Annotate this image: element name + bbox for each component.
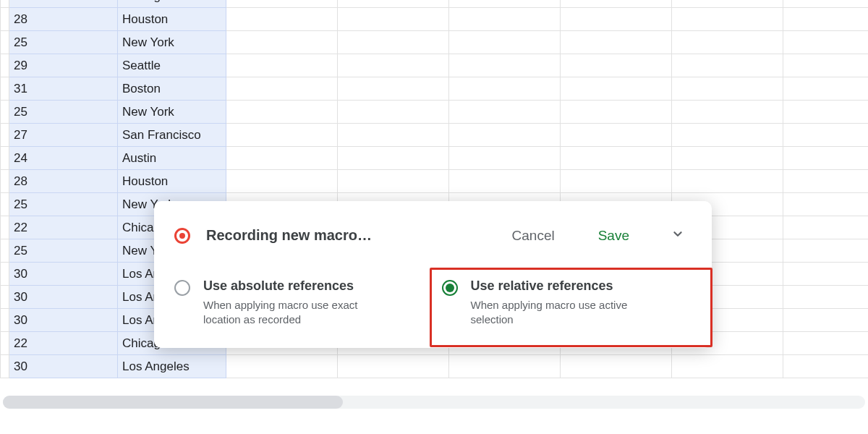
radio-unchecked-icon[interactable] bbox=[174, 280, 190, 296]
cell[interactable] bbox=[561, 8, 672, 31]
cell[interactable]: 28 bbox=[9, 170, 118, 193]
cell[interactable] bbox=[449, 170, 561, 193]
cell[interactable] bbox=[226, 31, 338, 54]
cell[interactable] bbox=[338, 101, 449, 124]
cell[interactable] bbox=[449, 124, 561, 147]
row-header[interactable] bbox=[1, 124, 9, 147]
cell[interactable] bbox=[561, 31, 672, 54]
save-button[interactable]: Save bbox=[590, 224, 638, 248]
row-header[interactable] bbox=[1, 286, 9, 309]
cell[interactable] bbox=[449, 101, 561, 124]
row-header[interactable] bbox=[1, 0, 9, 8]
row-header[interactable] bbox=[1, 8, 9, 31]
cell[interactable] bbox=[672, 77, 783, 101]
table-row[interactable]: 31Boston bbox=[1, 77, 869, 101]
row-header[interactable] bbox=[1, 263, 9, 286]
cell[interactable]: 22 bbox=[9, 0, 118, 8]
row-header[interactable] bbox=[1, 31, 9, 54]
cell[interactable] bbox=[783, 0, 869, 8]
cell[interactable]: 31 bbox=[9, 77, 118, 101]
expand-button[interactable] bbox=[664, 221, 692, 250]
row-header[interactable] bbox=[1, 355, 9, 378]
row-header[interactable] bbox=[1, 332, 9, 355]
cell[interactable] bbox=[783, 309, 869, 332]
cell[interactable] bbox=[449, 147, 561, 170]
cell[interactable] bbox=[672, 31, 783, 54]
cell[interactable]: 25 bbox=[9, 31, 118, 54]
cell[interactable] bbox=[783, 332, 869, 355]
table-row[interactable]: 28Houston bbox=[1, 8, 869, 31]
cell[interactable] bbox=[338, 77, 449, 101]
cell[interactable]: San Francisco bbox=[118, 124, 226, 147]
cell[interactable]: Houston bbox=[118, 170, 226, 193]
cell[interactable] bbox=[672, 8, 783, 31]
cell[interactable]: 30 bbox=[9, 286, 118, 309]
cell[interactable]: 30 bbox=[9, 355, 118, 378]
cell[interactable] bbox=[783, 8, 869, 31]
cell[interactable] bbox=[561, 147, 672, 170]
cell[interactable]: Seattle bbox=[118, 54, 226, 77]
cell[interactable]: Los Angeles bbox=[118, 355, 226, 378]
cell[interactable]: 24 bbox=[9, 147, 118, 170]
cell[interactable] bbox=[561, 170, 672, 193]
cell[interactable] bbox=[561, 355, 672, 378]
table-row[interactable]: 25New York bbox=[1, 31, 869, 54]
cell[interactable] bbox=[449, 31, 561, 54]
cell[interactable] bbox=[783, 355, 869, 378]
cell[interactable] bbox=[672, 124, 783, 147]
cell[interactable]: 25 bbox=[9, 101, 118, 124]
row-header[interactable] bbox=[1, 54, 9, 77]
cell[interactable] bbox=[783, 147, 869, 170]
horizontal-scrollbar[interactable] bbox=[3, 396, 865, 409]
cell[interactable] bbox=[338, 147, 449, 170]
cell[interactable] bbox=[338, 170, 449, 193]
cell[interactable]: 25 bbox=[9, 193, 118, 216]
cell[interactable] bbox=[338, 8, 449, 31]
cell[interactable] bbox=[672, 355, 783, 378]
cell[interactable] bbox=[226, 54, 338, 77]
cell[interactable] bbox=[783, 170, 869, 193]
table-row[interactable]: 30Los Angeles bbox=[1, 355, 869, 378]
cell[interactable] bbox=[783, 286, 869, 309]
cell[interactable]: 30 bbox=[9, 309, 118, 332]
cell[interactable]: Chicago bbox=[118, 0, 226, 8]
row-header[interactable] bbox=[1, 101, 9, 124]
cell[interactable] bbox=[783, 77, 869, 101]
cell[interactable] bbox=[672, 147, 783, 170]
cell[interactable]: New York bbox=[118, 101, 226, 124]
cell[interactable] bbox=[449, 0, 561, 8]
cell[interactable] bbox=[226, 101, 338, 124]
cell[interactable] bbox=[783, 193, 869, 216]
cell[interactable] bbox=[226, 147, 338, 170]
row-header[interactable] bbox=[1, 170, 9, 193]
cell[interactable]: 25 bbox=[9, 239, 118, 263]
cancel-button[interactable]: Cancel bbox=[503, 224, 563, 248]
table-row[interactable]: 24Austin bbox=[1, 147, 869, 170]
cell[interactable]: 28 bbox=[9, 8, 118, 31]
option-relative-references[interactable]: Use relative references When applying ma… bbox=[430, 268, 713, 347]
row-header[interactable] bbox=[1, 239, 9, 263]
table-row[interactable]: 27San Francisco bbox=[1, 124, 869, 147]
cell[interactable] bbox=[226, 8, 338, 31]
cell[interactable] bbox=[783, 239, 869, 263]
cell[interactable] bbox=[449, 77, 561, 101]
radio-checked-icon[interactable] bbox=[442, 280, 458, 296]
row-header[interactable] bbox=[1, 193, 9, 216]
cell[interactable]: 27 bbox=[9, 124, 118, 147]
cell[interactable]: Boston bbox=[118, 77, 226, 101]
table-row[interactable]: 25New York bbox=[1, 101, 869, 124]
cell[interactable]: New York bbox=[118, 31, 226, 54]
cell[interactable] bbox=[338, 355, 449, 378]
option-absolute-references[interactable]: Use absolute references When applying ma… bbox=[174, 278, 436, 328]
cell[interactable] bbox=[449, 8, 561, 31]
cell[interactable] bbox=[338, 0, 449, 8]
cell[interactable] bbox=[672, 170, 783, 193]
table-row[interactable]: 28Houston bbox=[1, 170, 869, 193]
cell[interactable] bbox=[226, 170, 338, 193]
cell[interactable] bbox=[783, 31, 869, 54]
table-row[interactable]: 29Seattle bbox=[1, 54, 869, 77]
cell[interactable] bbox=[561, 101, 672, 124]
cell[interactable] bbox=[226, 124, 338, 147]
cell[interactable] bbox=[226, 355, 338, 378]
cell[interactable] bbox=[449, 355, 561, 378]
